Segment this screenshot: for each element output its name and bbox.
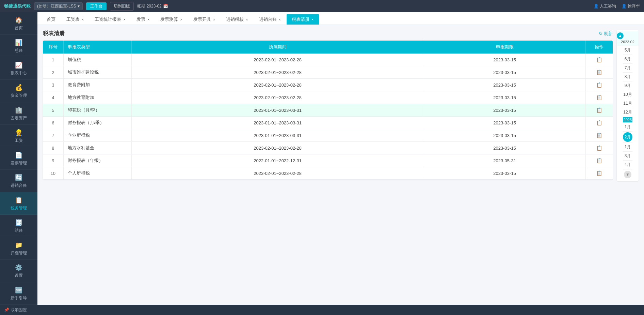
tab-invoice-calc[interactable]: 发票测算 × xyxy=(155,14,187,25)
sidebar-item-guide[interactable]: 🆕 新手引导 xyxy=(0,282,37,305)
sidebar-item-assets[interactable]: 🏢 固定资产 xyxy=(0,102,37,125)
cell-deadline: 2023-03-15 xyxy=(424,167,585,180)
sidebar-item-label: 总账 xyxy=(15,48,23,54)
sidebar-item-archive[interactable]: 📁 归档管理 xyxy=(0,237,37,260)
period-month-item[interactable]: 7月 xyxy=(623,64,632,73)
period-month-item[interactable]: 10月 xyxy=(623,90,632,99)
action-icon[interactable]: 📋 xyxy=(596,82,602,88)
col-action: 操作 xyxy=(585,41,613,54)
action-icon[interactable]: 📋 xyxy=(596,120,602,125)
action-icon[interactable]: 📋 xyxy=(596,95,602,100)
period-panel: ▲ 2023.02 5月6月7月8月9月10月11月12月20231月2月1月3… xyxy=(617,30,639,181)
period-month-item[interactable]: 5月 xyxy=(623,46,632,55)
cell-seq: 9 xyxy=(43,154,63,167)
workbench-button[interactable]: 工作台 xyxy=(86,2,107,10)
period-month-1[interactable]: 1月 xyxy=(623,123,632,132)
action-icon[interactable]: 📋 xyxy=(596,133,602,138)
cell-action[interactable]: 📋 xyxy=(585,167,613,180)
tab-purchase-check[interactable]: 进销稽核 × xyxy=(221,14,253,25)
tab-purchase-ledger-close[interactable]: × xyxy=(279,17,281,21)
tab-wage-stats-label: 工资统计报表 xyxy=(95,16,121,22)
tab-purchase-check-close[interactable]: × xyxy=(246,17,248,21)
sidebar-item-summary[interactable]: 📊 总账 xyxy=(0,35,37,57)
tab-wages-label: 工资表 xyxy=(66,16,80,22)
col-deadline: 申报期限 xyxy=(424,41,585,54)
action-icon[interactable]: 📋 xyxy=(596,158,602,163)
sidebar-item-label: 首页 xyxy=(15,25,23,31)
sidebar-item-reports[interactable]: 📈 报表中心 xyxy=(0,57,37,80)
ai-consult-btn[interactable]: 👤 人工咨询 xyxy=(594,3,616,9)
tab-wage-stats-close[interactable]: × xyxy=(123,17,125,21)
tab-wages-close[interactable]: × xyxy=(82,17,84,21)
tax-table: 序号 申报表类型 所属期间 申报期限 操作 1 增值税 2023-02-01~2… xyxy=(43,41,613,180)
period-month-item[interactable]: 11月 xyxy=(623,99,632,108)
tab-purchase-ledger[interactable]: 进销台账 × xyxy=(254,14,286,25)
action-icon[interactable]: 📋 xyxy=(596,145,602,151)
cell-action[interactable]: 📋 xyxy=(585,129,613,142)
table-row: 8 地方水利基金 2023-02-01~2023-02-28 2023-03-1… xyxy=(43,142,613,154)
cell-action[interactable]: 📋 xyxy=(585,104,613,117)
sidebar-item-settings[interactable]: ⚙️ 设置 xyxy=(0,260,37,282)
cell-action[interactable]: 📋 xyxy=(585,154,613,167)
action-icon[interactable]: 📋 xyxy=(596,107,602,113)
company-selector[interactable]: (勿动）江西服宝-LSS ▾ xyxy=(34,2,83,10)
sidebar-item-funds[interactable]: 💰 资金管理 xyxy=(0,80,37,102)
tab-tax-list-close[interactable]: × xyxy=(311,17,313,21)
cell-type: 财务报表（月/季） xyxy=(63,117,131,129)
cell-action[interactable]: 📋 xyxy=(585,79,613,91)
tab-invoice-calc-close[interactable]: × xyxy=(180,17,182,21)
cell-period: 2023-01-01~2023-03-31 xyxy=(131,117,424,129)
period-month-item[interactable]: 8月 xyxy=(623,73,632,81)
cell-type: 财务报表（年报） xyxy=(63,154,131,167)
sidebar-item-settle[interactable]: 🧾 结账 xyxy=(0,215,37,237)
sidebar-item-invoices[interactable]: 📄 发票管理 xyxy=(0,147,37,170)
tab-home[interactable]: 首页 xyxy=(42,14,61,25)
period-nav-up-btn[interactable]: ▲ xyxy=(617,32,624,39)
switch-old-button[interactable]: 切到旧版 xyxy=(110,2,134,11)
action-icon[interactable]: 📋 xyxy=(596,70,602,75)
cell-type: 个人所得税 xyxy=(63,167,131,180)
period-month-item[interactable]: 4月 xyxy=(623,161,632,169)
tab-invoice-close[interactable]: × xyxy=(147,17,149,21)
tab-invoice-open[interactable]: 发票开具 × xyxy=(188,14,220,25)
action-icon[interactable]: 📋 xyxy=(596,170,602,176)
cell-action[interactable]: 📋 xyxy=(585,91,613,104)
cell-period: 2023-01-01~2023-03-31 xyxy=(131,104,424,117)
calendar-icon[interactable]: 📅 xyxy=(163,4,168,9)
sidebar-item-home[interactable]: 🏠 首页 xyxy=(0,12,37,35)
tab-tax-list[interactable]: 税表清册 × xyxy=(287,14,319,25)
period-month-item[interactable]: 12月 xyxy=(623,108,632,117)
cell-deadline: 2023-03-15 xyxy=(424,142,585,154)
table-row: 6 财务报表（月/季） 2023-01-01~2023-03-31 2023-0… xyxy=(43,117,613,129)
period-month-item[interactable]: 1月 xyxy=(623,143,632,152)
cell-type: 地方教育附加 xyxy=(63,91,131,104)
period-nav-down-btn[interactable]: ▼ xyxy=(624,171,631,178)
cell-action[interactable]: 📋 xyxy=(585,117,613,129)
action-icon[interactable]: 📋 xyxy=(596,57,602,62)
page-title: 税表清册 xyxy=(43,30,65,37)
sidebar-item-wages[interactable]: 👷 工资 xyxy=(0,125,37,147)
tab-invoice-open-close[interactable]: × xyxy=(213,17,215,21)
refresh-button[interactable]: ↻ 刷新 xyxy=(599,31,613,37)
period-month-item[interactable]: 9月 xyxy=(623,81,632,90)
cell-action[interactable]: 📋 xyxy=(585,142,613,154)
pin-button[interactable]: 📌 取消固定 xyxy=(4,307,27,313)
period-month-item[interactable]: 6月 xyxy=(623,55,632,64)
cell-action[interactable]: 📋 xyxy=(585,54,613,66)
period-month-active[interactable]: 2月 xyxy=(623,132,632,142)
tab-wages[interactable]: 工资表 × xyxy=(61,14,89,25)
sidebar-item-label: 固定资产 xyxy=(11,115,27,121)
top-bar-right: 👤 人工咨询 👤 徐泽华 xyxy=(594,3,640,9)
cell-period: 2023-02-01~2023-02-28 xyxy=(131,167,424,180)
cell-seq: 10 xyxy=(43,167,63,180)
sidebar-item-purchase[interactable]: 🔄 进销台账 xyxy=(0,170,37,192)
period-year-header: ▲ 2023.02 xyxy=(617,31,639,46)
sidebar-item-label: 结账 xyxy=(15,228,23,234)
cell-action[interactable]: 📋 xyxy=(585,66,613,79)
sidebar-item-tax[interactable]: 📋 税务管理 xyxy=(0,192,37,215)
tab-wage-stats[interactable]: 工资统计报表 × xyxy=(90,14,130,25)
tab-invoice[interactable]: 发票 × xyxy=(131,14,155,25)
period-label: 账期 xyxy=(137,3,145,9)
user-profile[interactable]: 👤 徐泽华 xyxy=(622,3,640,9)
period-month-item[interactable]: 3月 xyxy=(623,152,632,161)
